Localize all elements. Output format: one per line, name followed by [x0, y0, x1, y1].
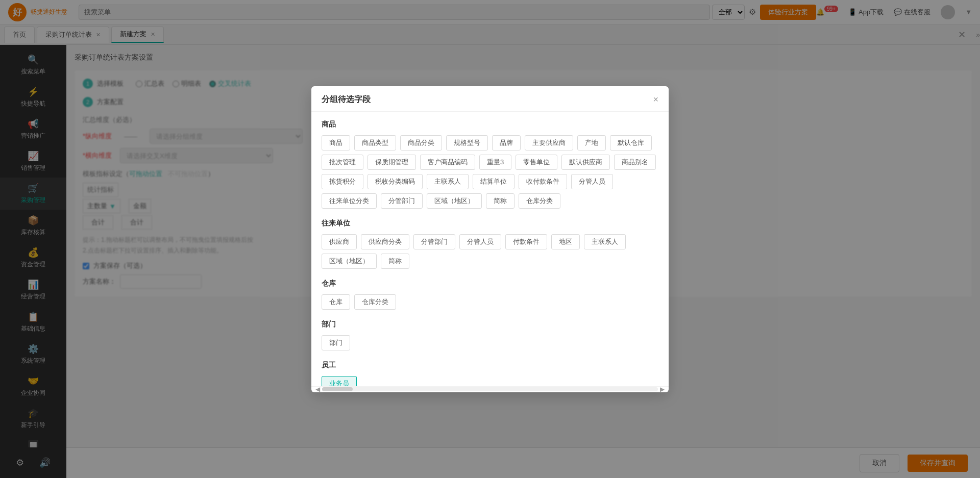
section-department: 部门 部门 [322, 320, 658, 350]
tag-dept-managed2[interactable]: 分管部门 [413, 234, 455, 249]
tag-warehouse-category[interactable]: 仓库分类 [354, 294, 396, 310]
section-employee-title: 员工 [322, 361, 658, 370]
tag-department[interactable]: 部门 [322, 335, 350, 350]
tag-shelf-life[interactable]: 保质期管理 [368, 155, 416, 170]
tag-supplier-category[interactable]: 供应商分类 [361, 234, 409, 249]
tag-supplier[interactable]: 供应商 [322, 234, 357, 249]
tag-region-area2[interactable]: 区域（地区） [322, 254, 377, 269]
tag-customer-code[interactable]: 客户商品编码 [420, 155, 475, 170]
section-counterpart-tags: 供应商 供应商分类 分管部门 分管人员 付款条件 地区 主联系人 区域（地区） … [322, 234, 658, 269]
tag-batch-mgmt[interactable]: 批次管理 [322, 155, 363, 170]
hscroll-right-arrow[interactable]: ▶ [658, 386, 667, 393]
tag-goods-type[interactable]: 商品类型 [354, 135, 396, 150]
modal-body: 商品 商品 商品类型 商品分类 规格型号 品牌 主要供应商 产地 默认仓库 批次… [311, 112, 669, 386]
tag-goods[interactable]: 商品 [322, 135, 350, 150]
tag-short-name2[interactable]: 简称 [381, 254, 409, 269]
tag-main-contact[interactable]: 主联系人 [427, 174, 469, 189]
tag-origin[interactable]: 产地 [577, 135, 606, 150]
tag-payment-terms[interactable]: 收付款条件 [519, 174, 567, 189]
section-warehouse-title: 仓库 [322, 279, 658, 288]
modal-horizontal-scrollbar[interactable]: ◀ ▶ [311, 386, 669, 392]
tag-payment-terms2[interactable]: 付款条件 [505, 234, 547, 249]
tag-salesperson[interactable]: 业务员 [322, 376, 357, 386]
tag-brand[interactable]: 品牌 [492, 135, 521, 150]
tag-region2[interactable]: 地区 [551, 234, 580, 249]
tag-counterpart-category[interactable]: 往来单位分类 [322, 193, 377, 209]
section-department-title: 部门 [322, 320, 658, 329]
section-counterpart-title: 往来单位 [322, 219, 658, 228]
hscroll-thumb[interactable] [322, 387, 353, 391]
tag-settlement-unit[interactable]: 结算单位 [473, 174, 514, 189]
modal-header: 分组待选字段 × [311, 86, 669, 112]
section-employee: 员工 业务员 [322, 361, 658, 386]
tag-tax-code[interactable]: 税收分类编码 [368, 174, 423, 189]
tag-goods-category[interactable]: 商品分类 [400, 135, 442, 150]
hscroll-left-arrow[interactable]: ◀ [313, 386, 322, 393]
tag-spec-model[interactable]: 规格型号 [446, 135, 488, 150]
tag-warehouse[interactable]: 仓库 [322, 294, 350, 310]
tag-goods-alias[interactable]: 商品别名 [614, 155, 656, 170]
tag-weight3[interactable]: 重量3 [479, 155, 511, 170]
section-warehouse: 仓库 仓库 仓库分类 [322, 279, 658, 310]
tag-supervisor[interactable]: 分管人员 [571, 174, 613, 189]
modal-overlay[interactable]: 分组待选字段 × 商品 商品 商品类型 商品分类 规格型号 品牌 主要供应商 产… [0, 0, 980, 478]
section-employee-tags: 业务员 [322, 376, 658, 386]
field-selection-modal: 分组待选字段 × 商品 商品 商品类型 商品分类 规格型号 品牌 主要供应商 产… [311, 86, 669, 392]
modal-title: 分组待选字段 [322, 94, 371, 105]
section-goods: 商品 商品 商品类型 商品分类 规格型号 品牌 主要供应商 产地 默认仓库 批次… [322, 120, 658, 209]
tag-short-name-goods[interactable]: 简称 [486, 193, 514, 209]
tag-pick-points[interactable]: 拣货积分 [322, 174, 363, 189]
tag-main-contact2[interactable]: 主联系人 [584, 234, 626, 249]
tag-default-supplier[interactable]: 默认供应商 [561, 155, 610, 170]
tag-warehouse-category-goods[interactable]: 仓库分类 [519, 193, 560, 209]
tag-retail-unit[interactable]: 零售单位 [516, 155, 557, 170]
section-warehouse-tags: 仓库 仓库分类 [322, 294, 658, 310]
tag-supervisor2[interactable]: 分管人员 [459, 234, 501, 249]
section-counterpart: 往来单位 供应商 供应商分类 分管部门 分管人员 付款条件 地区 主联系人 区域… [322, 219, 658, 269]
section-goods-title: 商品 [322, 120, 658, 129]
section-department-tags: 部门 [322, 335, 658, 350]
tag-region-goods[interactable]: 区域（地区） [427, 193, 482, 209]
tag-main-supplier[interactable]: 主要供应商 [525, 135, 573, 150]
tag-dept-managed[interactable]: 分管部门 [381, 193, 423, 209]
hscroll-track [322, 387, 658, 391]
section-goods-tags: 商品 商品类型 商品分类 规格型号 品牌 主要供应商 产地 默认仓库 批次管理 … [322, 135, 658, 209]
tag-default-warehouse[interactable]: 默认仓库 [610, 135, 652, 150]
modal-close-button[interactable]: × [653, 94, 658, 105]
